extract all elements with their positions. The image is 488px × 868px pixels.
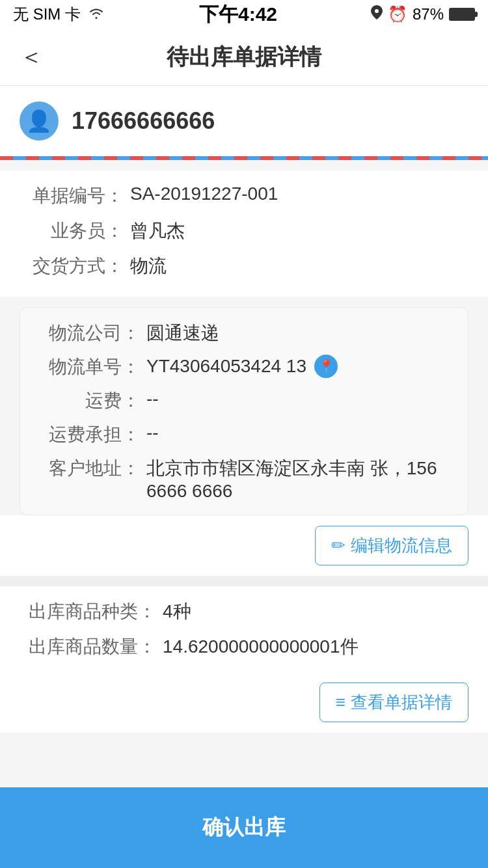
confirm-btn-area: 确认出库 <box>0 787 488 868</box>
goods-quantity-row: 出库商品数量： 14.620000000000001件 <box>20 634 468 659</box>
user-header: 👤 17666666666 <box>0 86 488 156</box>
document-number-label: 单据编号： <box>20 183 124 208</box>
freight-value: -- <box>146 388 452 409</box>
battery-icon <box>449 8 475 21</box>
track-location-icon[interactable]: 📍 <box>314 355 338 378</box>
view-detail-label: 查看单据详情 <box>351 691 452 714</box>
edit-logistics-button[interactable]: ✏ 编辑物流信息 <box>315 526 468 565</box>
document-number-value: SA-20191227-001 <box>130 183 468 204</box>
view-detail-button[interactable]: ≡ 查看单据详情 <box>319 683 468 722</box>
freight-bearer-value: -- <box>146 422 452 443</box>
view-btn-area: ≡ 查看单据详情 <box>0 672 488 733</box>
logistics-company-value: 圆通速递 <box>146 321 452 346</box>
page-title: 待出库单据详情 <box>167 42 321 72</box>
colorful-divider <box>0 156 488 160</box>
svg-point-0 <box>375 9 379 13</box>
sales-person-row: 业务员： 曾凡杰 <box>20 219 468 243</box>
confirm-outbound-button[interactable]: 确认出库 <box>20 800 468 855</box>
logistics-company-label: 物流公司： <box>36 321 140 346</box>
nav-bar: ＜ 待出库单据详情 <box>0 29 488 86</box>
edit-logistics-label: 编辑物流信息 <box>351 534 452 557</box>
status-time: 下午4:42 <box>199 1 277 28</box>
goods-type-label: 出库商品种类： <box>20 599 156 624</box>
goods-quantity-label: 出库商品数量： <box>20 634 156 659</box>
goods-type-row: 出库商品种类： 4种 <box>20 599 468 624</box>
delivery-method-label: 交货方式： <box>20 254 124 278</box>
section-divider <box>0 576 488 586</box>
status-left: 无 SIM 卡 <box>13 4 105 25</box>
tracking-number-row: 物流单号： YT43064053424 13 📍 <box>36 355 452 379</box>
goods-section: 出库商品种类： 4种 出库商品数量： 14.620000000000001件 <box>0 586 488 672</box>
freight-row: 运费： -- <box>36 388 452 413</box>
sales-person-label: 业务员： <box>20 219 124 243</box>
edit-icon: ✏ <box>331 536 346 556</box>
edit-btn-area: ✏ 编辑物流信息 <box>0 515 488 576</box>
freight-bearer-label: 运费承担： <box>36 422 140 447</box>
location-icon <box>371 5 383 23</box>
alarm-icon: ⏰ <box>388 5 407 23</box>
avatar-icon: 👤 <box>26 109 52 133</box>
list-icon: ≡ <box>336 692 346 712</box>
tracking-number-value: YT43064053424 13 📍 <box>146 355 452 378</box>
goods-type-value: 4种 <box>163 599 191 624</box>
delivery-method-row: 交货方式： 物流 <box>20 254 468 278</box>
sales-person-value: 曾凡杰 <box>130 219 468 243</box>
status-right: ⏰ 87% <box>371 5 475 23</box>
delivery-method-value: 物流 <box>130 254 468 278</box>
status-bar: 无 SIM 卡 下午4:42 ⏰ 87% <box>0 0 488 29</box>
address-label: 客户地址： <box>36 456 140 481</box>
freight-label: 运费： <box>36 388 140 413</box>
carrier-label: 无 SIM 卡 <box>13 4 81 25</box>
address-value: 北京市市辖区海淀区永丰南 张，156 6666 6666 <box>146 456 452 502</box>
document-number-row: 单据编号： SA-20191227-001 <box>20 183 468 208</box>
tracking-number-label: 物流单号： <box>36 355 140 379</box>
logistics-company-row: 物流公司： 圆通速递 <box>36 321 452 346</box>
back-button[interactable]: ＜ <box>13 34 49 79</box>
logistics-card: 物流公司： 圆通速递 物流单号： YT43064053424 13 📍 运费： … <box>20 307 468 515</box>
goods-quantity-value: 14.620000000000001件 <box>163 634 359 659</box>
avatar: 👤 <box>20 102 59 141</box>
address-row: 客户地址： 北京市市辖区海淀区永丰南 张，156 6666 6666 <box>36 456 452 502</box>
wifi-icon <box>87 5 105 23</box>
order-info-section: 单据编号： SA-20191227-001 业务员： 曾凡杰 交货方式： 物流 <box>0 170 488 297</box>
user-phone: 17666666666 <box>72 107 215 135</box>
freight-bearer-row: 运费承担： -- <box>36 422 452 447</box>
battery-percent: 87% <box>413 5 444 23</box>
